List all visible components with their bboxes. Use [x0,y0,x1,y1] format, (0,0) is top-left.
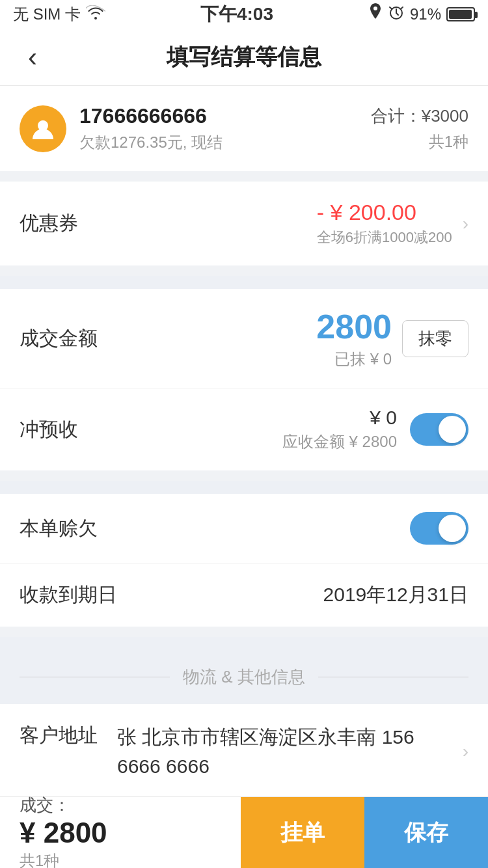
credit-row: 本单赊欠 [0,494,488,563]
location-icon [368,3,383,25]
address-value: 张 北京市市辖区海淀区永丰南 156 6666 6666 [117,722,452,781]
battery-icon [446,7,475,21]
content-area: 17666666666 欠款1276.35元, 现结 合计：¥3000 共1种 … [0,86,488,868]
hang-button[interactable]: 挂单 [241,797,364,868]
prepay-amount: ¥ 0 [282,407,397,429]
prepay-right: ¥ 0 应收金额 ¥ 2800 [282,407,468,452]
user-phone: 17666666666 [79,104,223,128]
deal-amount-value: 2800 [316,308,392,346]
coupon-info: - ¥ 200.00 全场6折满1000减200 [317,200,452,247]
address-section: 客户地址 张 北京市市辖区海淀区永丰南 156 6666 6666 › [0,704,488,799]
avatar [20,105,66,152]
payment-due-value: 2019年12月31日 [323,582,468,608]
credit-label: 本单赊欠 [20,515,98,542]
logistics-header-text: 物流 & 其他信息 [183,666,305,688]
coupon-section: 优惠券 - ¥ 200.00 全场6折满1000减200 › [0,182,488,265]
coupon-chevron: › [463,213,468,234]
bottom-deal-label: 成交： [20,794,221,817]
user-debt: 欠款1276.35元, 现结 [79,132,223,153]
page-title: 填写结算等信息 [167,42,321,72]
deal-amount-right: 2800 已抹 ¥ 0 抹零 [316,307,468,370]
save-button-label: 保存 [404,818,448,848]
battery-text: 91% [410,5,441,23]
credit-section: 本单赊欠 收款到期日 2019年12月31日 [0,494,488,627]
payment-due-label: 收款到期日 [20,582,117,608]
coupon-amount: - ¥ 200.00 [317,200,452,225]
credit-toggle[interactable] [410,512,468,545]
payment-due-row: 收款到期日 2019年12月31日 [0,563,488,627]
status-time: 下午4:03 [200,2,273,27]
deal-section: 成交金额 2800 已抹 ¥ 0 抹零 冲预收 ¥ 0 应收金额 ¥ 2800 [0,289,488,470]
coupon-row[interactable]: 优惠券 - ¥ 200.00 全场6折满1000减200 › [0,182,488,265]
wifi-icon [86,5,105,23]
prepay-label: 冲预收 [20,416,78,443]
credit-right [410,512,468,545]
status-bar: 无 SIM 卡 下午4:03 91% [0,0,488,29]
deal-amount-row: 成交金额 2800 已抹 ¥ 0 抹零 [0,289,488,388]
total-amount: 合计：¥3000 [371,105,468,128]
coupon-right: - ¥ 200.00 全场6折满1000减200 › [317,200,468,247]
divider-1 [0,276,488,289]
deal-amount-info: 2800 已抹 ¥ 0 [316,307,392,370]
status-left: 无 SIM 卡 [13,4,105,25]
header-line-right [318,677,468,677]
address-label: 客户地址 [20,722,98,749]
header-line-left [20,677,170,677]
divider-2 [0,481,488,494]
user-card: 17666666666 欠款1276.35元, 现结 合计：¥3000 共1种 [0,86,488,171]
bottom-bar: 成交： ¥ 2800 共1种 挂单 保存 [0,796,488,868]
status-right: 91% [368,3,475,25]
back-button[interactable]: ‹ [13,38,52,77]
round-button[interactable]: 抹零 [402,320,468,357]
logistics-header: 物流 & 其他信息 [0,650,488,704]
credit-toggle-knob [439,515,466,542]
prepay-toggle-knob [439,416,466,443]
divider-3 [0,637,488,650]
user-left: 17666666666 欠款1276.35元, 现结 [20,104,223,153]
bottom-summary: 成交： ¥ 2800 共1种 [0,797,241,868]
back-icon: ‹ [28,42,37,73]
user-total: 合计：¥3000 共1种 [371,105,468,152]
total-count: 共1种 [371,131,468,152]
user-info: 17666666666 欠款1276.35元, 现结 [79,104,223,153]
prepay-sub: 应收金额 ¥ 2800 [282,431,397,452]
prepay-toggle[interactable] [410,413,468,446]
bottom-deal-amount: ¥ 2800 [20,817,221,849]
coupon-desc: 全场6折满1000减200 [317,228,452,247]
prepay-row: 冲预收 ¥ 0 应收金额 ¥ 2800 [0,388,488,470]
deal-amount-label: 成交金额 [20,325,98,352]
address-row[interactable]: 客户地址 张 北京市市辖区海淀区永丰南 156 6666 6666 › [0,704,488,799]
hang-button-label: 挂单 [280,818,325,848]
nav-header: ‹ 填写结算等信息 [0,29,488,86]
coupon-label: 优惠券 [20,210,78,237]
save-button[interactable]: 保存 [364,797,488,868]
sim-text: 无 SIM 卡 [13,4,81,25]
prepay-value-block: ¥ 0 应收金额 ¥ 2800 [282,407,397,452]
deal-amount-sub: 已抹 ¥ 0 [316,349,392,370]
address-chevron: › [463,741,468,762]
alarm-icon [388,4,405,25]
bottom-deal-count: 共1种 [20,850,221,868]
